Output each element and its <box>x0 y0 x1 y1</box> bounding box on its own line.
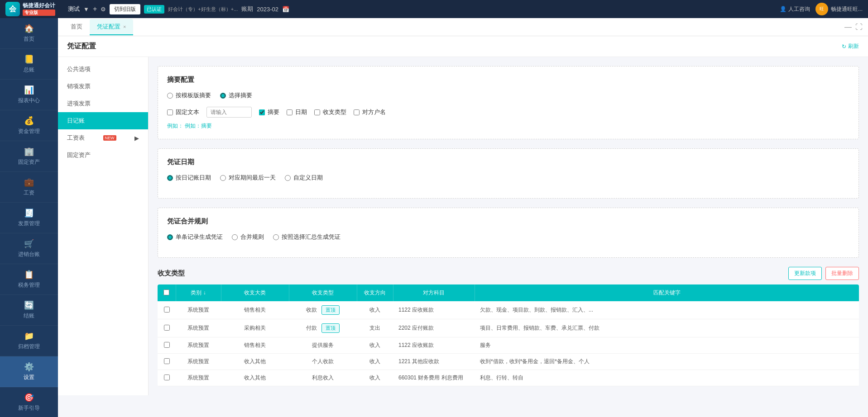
row4-checkbox[interactable] <box>164 374 170 380</box>
summary-checkbox[interactable]: 摘要 <box>259 108 279 116</box>
summary-radio-select[interactable]: 选择摘要 <box>220 91 252 100</box>
left-nav-public[interactable]: 公共选项 <box>58 61 148 78</box>
batch-delete-button[interactable]: 批量删除 <box>825 267 859 280</box>
merge-rules-merge-input[interactable] <box>232 234 238 240</box>
row3-checkbox-cell[interactable] <box>158 354 176 370</box>
counterparty-checkbox[interactable]: 对方户名 <box>354 108 386 116</box>
row0-type: 收款 置顶 <box>289 301 357 319</box>
sidebar-item-reports[interactable]: 📊 报表中心 <box>0 80 58 110</box>
select-all-checkbox[interactable] <box>163 289 169 295</box>
counterparty-checkbox-input[interactable] <box>354 109 360 115</box>
table-row: 系统预置 收入其他 利息收入 收入 660301 财务费用 利息费用 利息、行转… <box>158 370 859 386</box>
summary-radio-select-input[interactable] <box>220 93 226 99</box>
fixed-text-checkbox-input[interactable] <box>167 109 173 115</box>
sidebar-item-invoice[interactable]: 🧾 发票管理 <box>0 203 58 233</box>
funds-icon: 💰 <box>24 116 34 126</box>
fullscreen-button[interactable]: ⛶ <box>855 23 863 31</box>
row4-category: 系统预置 <box>176 370 221 386</box>
user-area[interactable]: 旺 畅捷通旺旺... <box>815 3 863 15</box>
switch-button[interactable]: 切到旧版 <box>110 4 140 14</box>
refresh-button[interactable]: ↻ 刷新 <box>842 43 859 50</box>
sidebar-item-salary[interactable]: 💼 工资 <box>0 172 58 203</box>
date-checkbox[interactable]: 日期 <box>287 108 307 116</box>
logo-sub: 专业版 <box>23 9 55 16</box>
sidebar-item-newguide[interactable]: 🎯 新手引导 <box>0 387 58 417</box>
row0-checkbox[interactable] <box>164 307 170 313</box>
row3-category: 系统预置 <box>176 354 221 370</box>
calendar-icon[interactable]: 📅 <box>282 6 289 13</box>
row0-checkbox-cell[interactable] <box>158 301 176 319</box>
page-title: 凭证配置 <box>67 42 96 51</box>
merge-rules-single-input[interactable] <box>167 234 173 240</box>
left-nav-journal[interactable]: 日记账 <box>58 112 148 129</box>
voucher-date-custom[interactable]: 自定义日期 <box>285 174 323 182</box>
voucher-date-custom-input[interactable] <box>285 175 291 181</box>
fixed-text-checkbox[interactable]: 固定文本 <box>167 108 199 116</box>
add-icon[interactable]: + <box>93 5 97 13</box>
tab-home[interactable]: 首页 <box>63 19 90 35</box>
merge-rules-merge[interactable]: 合并规则 <box>232 233 264 241</box>
income-expense-title: 收支类型 <box>158 269 185 278</box>
tab-config[interactable]: 凭证配置 × <box>90 19 133 35</box>
logo-icon: 会 <box>5 2 20 16</box>
type-checkbox-input[interactable] <box>314 109 320 115</box>
sidebar-item-purchase[interactable]: 🛒 进销台账 <box>0 233 58 264</box>
sidebar-label-settings: 设置 <box>24 374 34 381</box>
row1-checkbox-cell[interactable] <box>158 319 176 337</box>
left-nav-purchase-invoice[interactable]: 进项发票 <box>58 95 148 112</box>
voucher-date-journal[interactable]: 按日记账日期 <box>167 174 211 182</box>
th-checkbox[interactable] <box>158 284 176 301</box>
sidebar-item-assets[interactable]: 🏢 固定资产 <box>0 141 58 172</box>
sidebar-item-archive[interactable]: 📁 归档管理 <box>0 326 58 356</box>
home-icon: 🏠 <box>24 24 34 33</box>
summary-radio-template[interactable]: 按模板版摘要 <box>167 91 211 100</box>
row1-reset-btn[interactable]: 置顶 <box>321 323 340 333</box>
merge-rules-select-total-input[interactable] <box>273 234 279 240</box>
row0-direction: 收入 <box>357 301 393 319</box>
row2-checkbox-cell[interactable] <box>158 337 176 354</box>
summary-checkbox-label: 摘要 <box>268 108 279 116</box>
update-button[interactable]: 更新款项 <box>788 267 822 280</box>
summary-config-title: 摘要配置 <box>167 76 849 84</box>
tab-close-icon[interactable]: × <box>123 24 126 29</box>
th-category[interactable]: 类别 ↓ <box>176 284 221 301</box>
th-type-label: 收支类型 <box>312 289 334 296</box>
voucher-date-journal-label: 按日记账日期 <box>176 174 211 182</box>
example-link[interactable]: 例如：摘要 <box>185 123 212 129</box>
sidebar-item-settlement[interactable]: 🔄 结账 <box>0 295 58 326</box>
sidebar-item-funds[interactable]: 💰 资金管理 <box>0 110 58 141</box>
row0-category: 系统预置 <box>176 301 221 319</box>
sidebar-item-home[interactable]: 🏠 首页 <box>0 18 58 49</box>
table-row: 系统预置 销售相关 提供服务 收入 1122 应收账款 服务 <box>158 337 859 354</box>
summary-radio-template-input[interactable] <box>167 93 173 99</box>
row1-checkbox[interactable] <box>164 325 170 331</box>
left-nav-payroll[interactable]: 工资表 NEW ▶ <box>58 129 148 147</box>
voucher-date-period-last[interactable]: 对应期间最后一天 <box>220 174 276 182</box>
minimize-button[interactable]: — <box>844 23 852 31</box>
left-nav-fixed-assets[interactable]: 固定资产 <box>58 147 148 164</box>
voucher-date-period-last-input[interactable] <box>220 175 226 181</box>
user-service[interactable]: 👤 人工咨询 <box>780 5 810 13</box>
sidebar-item-tax[interactable]: 📋 税务管理 <box>0 264 58 295</box>
merge-rules-single[interactable]: 单条记录生成凭证 <box>167 233 223 241</box>
type-checkbox[interactable]: 收支类型 <box>314 108 346 116</box>
row2-checkbox[interactable] <box>164 342 170 348</box>
left-nav-sales-invoice[interactable]: 销项发票 <box>58 78 148 95</box>
income-expense-table: 类别 ↓ 收支大类 收支类型 <box>158 284 859 386</box>
sidebar-item-ledger[interactable]: 📒 总账 <box>0 49 58 80</box>
fixed-text-input[interactable] <box>206 107 252 118</box>
settings-icon[interactable]: ⚙ <box>101 6 106 13</box>
voucher-date-title: 凭证日期 <box>167 158 849 166</box>
row0-reset-btn[interactable]: 置顶 <box>321 305 340 315</box>
refresh-label: 刷新 <box>848 43 859 50</box>
dropdown-icon[interactable]: ▼ <box>83 6 89 13</box>
row3-checkbox[interactable] <box>164 358 170 364</box>
date-checkbox-input[interactable] <box>287 109 293 115</box>
sidebar-item-settings[interactable]: ⚙️ 设置 <box>0 356 58 387</box>
merge-rules-section: 凭证合并规则 单条记录生成凭证 合并规则 <box>158 208 859 258</box>
row4-checkbox-cell[interactable] <box>158 370 176 386</box>
summary-checkbox-input[interactable] <box>259 109 265 115</box>
voucher-date-journal-input[interactable] <box>167 175 173 181</box>
period-label: 账期 <box>241 5 253 13</box>
merge-rules-select-total[interactable]: 按照选择汇总生成凭证 <box>273 233 340 241</box>
